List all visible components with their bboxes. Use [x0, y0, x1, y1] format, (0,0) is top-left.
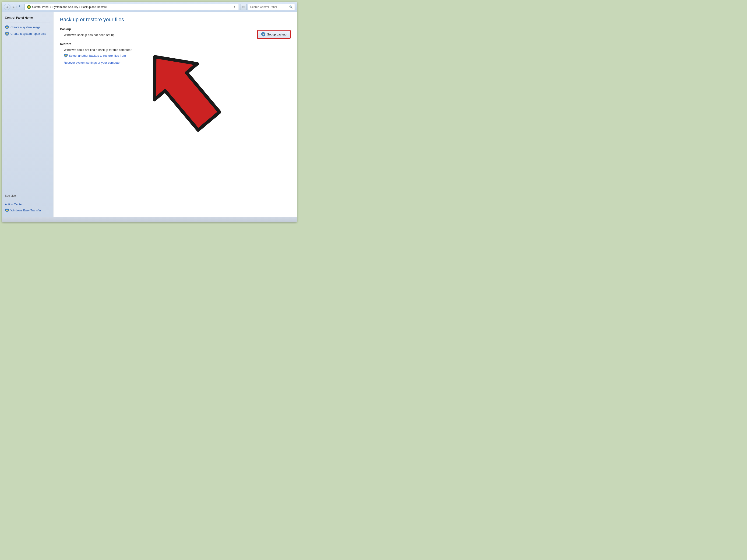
statusbar — [2, 217, 297, 222]
address-bar[interactable]: Control Panel ► System and Security ► Ba… — [25, 4, 239, 10]
recover-link[interactable]: Recover system settings or your computer — [64, 61, 121, 64]
main-window: ◀ ▶ ★ Control Panel ► System and Securit… — [2, 2, 297, 222]
backup-label: Backup — [60, 27, 71, 31]
svg-point-6 — [65, 55, 67, 56]
shield-icon-1 — [5, 25, 9, 29]
refresh-button[interactable]: ↻ — [240, 4, 247, 10]
backup-block: Windows Backup has not been set up. — [60, 33, 290, 37]
forward-button[interactable]: ▶ — [10, 4, 17, 10]
sidebar-spacer — [5, 38, 50, 191]
sidebar-create-repair-disc[interactable]: Create a system repair disc — [5, 31, 50, 36]
address-icon — [27, 5, 31, 9]
restore-status-text: Windows could not find a backup for this… — [64, 48, 290, 52]
shield-icon-3 — [5, 208, 9, 213]
search-icon[interactable]: 🔍 — [289, 5, 293, 9]
restore-block: Windows could not find a backup for this… — [60, 48, 290, 64]
main-panel: Back up or restore your files Backup Win… — [53, 12, 297, 217]
back-button[interactable]: ◀ — [4, 4, 10, 10]
set-up-backup-label: Set up backup — [267, 33, 286, 36]
search-input[interactable] — [250, 5, 288, 9]
select-backup-link[interactable]: Select another backup to restore files f… — [64, 53, 290, 58]
sidebar-windows-easy-transfer[interactable]: Windows Easy Transfer — [5, 208, 50, 213]
sidebar: Control Panel Home Create a system image — [2, 12, 53, 217]
sidebar-create-system-image[interactable]: Create a system image — [5, 25, 50, 30]
shield-icon-2 — [5, 32, 9, 36]
favorites-button[interactable]: ★ — [18, 4, 23, 9]
search-bar[interactable]: 🔍 — [248, 4, 295, 10]
breadcrumb-control-panel[interactable]: Control Panel — [32, 5, 49, 9]
backup-status-text: Windows Backup has not been set up. — [64, 33, 290, 37]
titlebar: ◀ ▶ ★ Control Panel ► System and Securit… — [2, 2, 297, 12]
page-title: Back up or restore your files — [60, 17, 290, 23]
address-dropdown[interactable]: ▼ — [232, 5, 237, 9]
breadcrumb-backup-restore[interactable]: Backup and Restore — [81, 5, 107, 9]
restore-line — [73, 44, 290, 44]
breadcrumb: Control Panel ► System and Security ► Ba… — [32, 5, 107, 9]
nav-buttons: ◀ ▶ — [4, 4, 17, 10]
svg-point-1 — [28, 6, 30, 8]
sidebar-action-center[interactable]: Action Center — [5, 202, 50, 207]
set-up-backup-button[interactable]: Set up backup — [257, 30, 290, 38]
sidebar-control-panel-home[interactable]: Control Panel Home — [5, 16, 50, 20]
set-up-backup-icon — [261, 32, 266, 37]
breadcrumb-system-security[interactable]: System and Security — [53, 5, 78, 9]
select-backup-icon — [64, 53, 68, 58]
restore-label: Restore — [60, 42, 71, 46]
content-area: Control Panel Home Create a system image — [2, 12, 297, 217]
restore-section-header: Restore — [60, 42, 290, 46]
see-also-label: See also — [5, 192, 50, 197]
backup-section-header: Backup — [60, 27, 290, 31]
